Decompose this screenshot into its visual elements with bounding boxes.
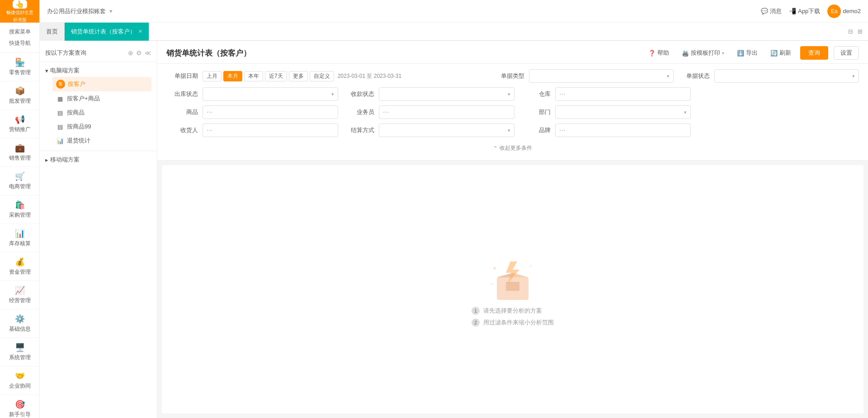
export-label: 导出 xyxy=(746,49,758,57)
desktop-section-arrow: ▾ xyxy=(45,67,48,74)
help-label: 帮助 xyxy=(657,49,669,57)
sidebar-item-sales[interactable]: 💼 销售管理 xyxy=(0,138,39,167)
settings-button[interactable]: 设置 xyxy=(834,46,859,60)
out-status-select[interactable]: ▾ xyxy=(203,87,338,101)
sidebar-item-purchase[interactable]: 🛍️ 采购管理 xyxy=(0,195,39,224)
user-avatar: Ea xyxy=(827,5,841,18)
add-scheme-btn[interactable]: ⊕ xyxy=(128,49,133,57)
sidebar-item-finance[interactable]: 💰 资金管理 xyxy=(0,252,39,281)
settlement-arrow-icon: ▾ xyxy=(508,128,510,133)
query-button[interactable]: 查询 xyxy=(800,46,828,60)
tab-sales-stats[interactable]: 销货单统计表（按客户） ✕ xyxy=(65,23,149,41)
filter-row-1: 单据日期 上月 本月 本年 近7天 更多 自定义 2023-03-01 至 20… xyxy=(166,69,859,83)
date-btn-custom[interactable]: 自定义 xyxy=(310,71,334,81)
download-icon: 📲 xyxy=(789,8,796,14)
doc-status-select[interactable]: ▾ xyxy=(714,69,859,83)
template-print-arrow: ▾ xyxy=(722,51,724,56)
left-panel: 按以下方案查询 ⊕ ⚙ ≪ ▾ 电脑端方案 客 按客户 xyxy=(40,41,157,418)
app-download-label: App下载 xyxy=(798,7,820,15)
out-status-arrow-icon: ▾ xyxy=(331,91,334,97)
wholesale-icon: 📦 xyxy=(15,86,25,96)
tab-expand-controls: ⊟ ⊞ xyxy=(843,28,868,35)
date-btn-more[interactable]: 更多 xyxy=(289,71,308,81)
sidebar-item-system[interactable]: 🖥️ 系统管理 xyxy=(0,338,39,366)
user-name: demo2 xyxy=(843,8,861,14)
basic-icon: ⚙️ xyxy=(15,314,25,324)
payment-status-select[interactable]: ▾ xyxy=(379,87,514,101)
help-btn[interactable]: ❓ 帮助 xyxy=(645,47,673,59)
sidebar-item-operations[interactable]: 📈 经营管理 xyxy=(0,281,39,309)
tree-item-product-99[interactable]: ▤ 按商品99 xyxy=(52,120,151,133)
app-logo: 👆 畅捷信好生意 标准版 xyxy=(0,0,39,23)
mobile-section-label: 移动端方案 xyxy=(50,156,80,164)
system-label: 系统管理 xyxy=(9,354,31,361)
purchase-icon: 🛍️ xyxy=(15,200,25,210)
product-99-label: 按商品99 xyxy=(67,123,91,131)
tab-close-icon[interactable]: ✕ xyxy=(138,28,142,34)
department-select[interactable]: ▾ xyxy=(555,105,691,119)
tab-home[interactable]: 首页 xyxy=(40,23,65,41)
sidebar-item-enterprise[interactable]: 🤝 企业协同 xyxy=(0,366,39,395)
date-btn-current-year[interactable]: 本年 xyxy=(244,71,263,81)
refresh-label: 刷新 xyxy=(779,49,791,57)
tree-item-customer-product[interactable]: ▦ 按客户+商品 xyxy=(52,92,151,105)
warehouse-input[interactable]: ··· xyxy=(555,87,691,101)
date-btn-last-7days[interactable]: 近7天 xyxy=(265,71,287,81)
user-menu[interactable]: Ea demo2 xyxy=(827,5,861,18)
refresh-btn[interactable]: 🔄 刷新 xyxy=(767,47,795,59)
sidebar-item-ecommerce[interactable]: 🛒 电商管理 xyxy=(0,167,39,195)
collapse-panel-btn[interactable]: ≪ xyxy=(145,49,151,57)
tab-minimize-icon[interactable]: ⊟ xyxy=(848,28,853,35)
sidebar-item-marketing[interactable]: 📢 营销推广 xyxy=(0,110,39,138)
message-btn[interactable]: 💬 消息 xyxy=(761,7,782,15)
tab-maximize-icon[interactable]: ⊞ xyxy=(858,28,863,35)
print-icon: 🖨️ xyxy=(682,50,689,57)
by-product-icon: ▤ xyxy=(56,109,64,117)
desktop-section-header[interactable]: ▾ 电脑端方案 xyxy=(45,65,151,76)
ecommerce-label: 电商管理 xyxy=(9,183,31,190)
doc-type-arrow-icon: ▾ xyxy=(667,73,670,79)
date-label: 单据日期 xyxy=(166,72,198,80)
mobile-section-header[interactable]: ▸ 移动端方案 xyxy=(45,154,151,166)
sidebar: 👆 畅捷信好生意 标准版 搜索菜单 快捷导航 🏪 零售管理 📦 批发管理 📢 营… xyxy=(0,0,40,418)
tree-item-by-customer[interactable]: 客 按客户 xyxy=(52,77,151,91)
collapse-filter-btn[interactable]: ⌃ 收起更多条件 xyxy=(166,142,859,155)
tree-item-by-product[interactable]: ▤ 按商品 xyxy=(52,106,151,119)
desktop-section: ▾ 电脑端方案 客 按客户 ▦ 按客户+商品 ▤ 按商品 xyxy=(40,63,157,150)
filter-area: 单据日期 上月 本月 本年 近7天 更多 自定义 2023-03-01 至 20… xyxy=(157,64,868,161)
export-btn[interactable]: ⬇️ 导出 xyxy=(733,47,761,59)
date-btn-current-month[interactable]: 本月 xyxy=(223,71,242,81)
sidebar-item-inventory[interactable]: 📊 库存核算 xyxy=(0,224,39,252)
sidebar-item-newbie[interactable]: 🎯 新手引导 xyxy=(0,395,39,418)
date-btn-last-month[interactable]: 上月 xyxy=(203,71,222,81)
tree-item-return-stats[interactable]: 📊 退货统计 xyxy=(52,134,151,147)
sidebar-item-retail[interactable]: 🏪 零售管理 xyxy=(0,53,39,81)
quick-nav-item[interactable]: 快捷导航 xyxy=(3,38,37,49)
product-input[interactable]: ··· xyxy=(203,105,338,119)
by-product-label: 按商品 xyxy=(67,109,85,117)
sidebar-item-basic[interactable]: ⚙️ 基础信息 xyxy=(0,309,39,338)
salesperson-label: 业务员 xyxy=(343,108,374,116)
app-download-btn[interactable]: 📲 App下载 xyxy=(789,7,820,15)
template-print-btn[interactable]: 🖨️ 按模板打印 ▾ xyxy=(678,47,728,59)
tip-text-1: 请先选择要分析的方案 xyxy=(483,307,542,315)
finance-label: 资金管理 xyxy=(9,268,31,276)
refresh-icon: 🔄 xyxy=(770,50,778,57)
salesperson-input[interactable]: ··· xyxy=(379,105,514,119)
brand-input[interactable]: ··· xyxy=(555,124,691,137)
department-arrow-icon: ▾ xyxy=(684,109,687,115)
tip-num-1: 1 xyxy=(472,307,480,315)
left-panel-header: 按以下方案查询 ⊕ ⚙ ≪ xyxy=(40,45,157,61)
industry-dropdown-icon[interactable]: ▾ xyxy=(109,8,113,14)
search-menu-item[interactable]: 搜索菜单 xyxy=(3,26,37,38)
settlement-select[interactable]: ▾ xyxy=(379,124,514,137)
settlement-label: 结算方式 xyxy=(343,126,374,134)
sales-label: 销售管理 xyxy=(9,154,31,162)
tip-text-2: 用过滤条件来缩小分析范围 xyxy=(483,318,554,327)
doc-type-select[interactable]: ▾ xyxy=(529,69,674,83)
sidebar-item-wholesale[interactable]: 📦 批发管理 xyxy=(0,81,39,110)
edit-scheme-btn[interactable]: ⚙ xyxy=(136,49,142,57)
sales-icon: 💼 xyxy=(15,143,25,153)
receiver-input[interactable]: ··· xyxy=(203,124,338,137)
wholesale-label: 批发管理 xyxy=(9,97,31,105)
